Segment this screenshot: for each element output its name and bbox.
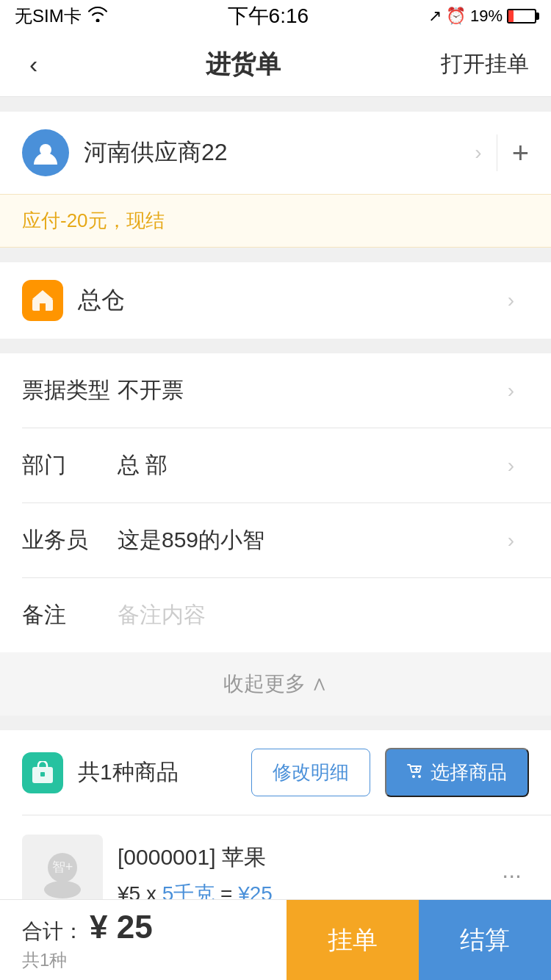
products-icon <box>22 752 63 793</box>
total-sub: 共1种 <box>22 948 264 972</box>
total-section: 合计： ¥ 25 共1种 <box>0 909 287 972</box>
select-product-button[interactable]: 选择商品 <box>385 748 529 797</box>
invoice-value: 不开票 <box>118 375 508 406</box>
divider-2 <box>0 339 551 353</box>
supplier-row[interactable]: 河南供应商22 › + <box>0 112 551 194</box>
svg-rect-3 <box>40 303 46 311</box>
product-code: [0000001] <box>118 845 215 869</box>
location-icon: ↗ <box>428 7 442 26</box>
total-label: 合计： <box>22 918 84 945</box>
svg-text:智+: 智+ <box>52 860 73 874</box>
supplier-add-button[interactable]: + <box>512 137 529 170</box>
supplier-name: 河南供应商22 <box>84 137 475 169</box>
page-title: 进货单 <box>206 48 281 82</box>
invoice-chevron-icon: › <box>508 379 514 403</box>
checkout-button[interactable]: 结算 <box>419 900 551 981</box>
total-amount-row: 合计： ¥ 25 <box>22 909 264 945</box>
department-label: 部门 <box>22 450 118 480</box>
signal-label: 无SIM卡 <box>15 4 82 28</box>
supplier-card: 河南供应商22 › + 应付-20元，现结 <box>0 112 551 248</box>
products-count: 共1种商品 <box>78 757 237 788</box>
product-info: [0000001] 苹果 ¥5 x 5千克 = ¥25 <box>118 843 480 908</box>
battery-icon <box>507 9 536 24</box>
supplier-divider <box>497 134 497 171</box>
collapse-label: 收起更多 ∧ <box>223 670 328 698</box>
divider-1 <box>0 248 551 262</box>
divider-3 <box>0 716 551 730</box>
edit-detail-button[interactable]: 修改明细 <box>251 749 370 796</box>
sales-rep-chevron-icon: › <box>508 529 514 552</box>
svg-point-7 <box>418 775 421 778</box>
svg-point-9 <box>44 881 81 898</box>
warehouse-name: 总仓 <box>78 284 508 317</box>
status-right: ↗ ⏰ 19% <box>428 7 536 26</box>
remark-placeholder: 备注内容 <box>118 600 529 630</box>
product-name-text: 苹果 <box>222 845 266 869</box>
total-value: ¥ 25 <box>90 909 153 945</box>
product-more-button[interactable]: ··· <box>494 854 529 896</box>
invoice-label: 票据类型 <box>22 375 118 406</box>
form-card: 票据类型 不开票 › 部门 总 部 › 业务员 这是859的小智 › 备注 备注… <box>0 353 551 652</box>
products-header: 共1种商品 修改明细 选择商品 <box>0 730 551 815</box>
battery-percent: 19% <box>470 7 503 26</box>
status-bar: 无SIM卡 下午6:16 ↗ ⏰ 19% <box>0 0 551 32</box>
sales-rep-row[interactable]: 业务员 这是859的小智 › <box>0 503 551 577</box>
status-left: 无SIM卡 <box>15 4 108 28</box>
chevron-right-icon: › <box>475 141 481 165</box>
back-button[interactable]: ‹ <box>22 43 45 86</box>
warehouse-icon <box>22 280 63 321</box>
alarm-icon: ⏰ <box>446 7 466 26</box>
warehouse-row[interactable]: 总仓 › <box>0 262 551 339</box>
open-hang-button[interactable]: 打开挂单 <box>441 49 529 79</box>
select-product-label: 选择商品 <box>431 760 507 785</box>
divider-line-4 <box>22 815 551 815</box>
svg-rect-5 <box>40 772 45 777</box>
remark-label: 备注 <box>22 600 118 630</box>
status-time: 下午6:16 <box>228 2 309 30</box>
wifi-icon <box>87 6 108 26</box>
warehouse-card[interactable]: 总仓 › <box>0 262 551 339</box>
nav-bar: ‹ 进货单 打开挂单 <box>0 32 551 97</box>
divider-top <box>0 97 551 112</box>
department-chevron-icon: › <box>508 454 514 478</box>
svg-point-6 <box>412 775 415 778</box>
supplier-avatar <box>22 129 69 176</box>
bottom-bar: 合计： ¥ 25 共1种 挂单 结算 <box>0 899 551 980</box>
cart-icon <box>407 761 425 784</box>
collapse-bar[interactable]: 收起更多 ∧ <box>0 652 551 716</box>
remark-row[interactable]: 备注 备注内容 <box>0 578 551 652</box>
hang-order-button[interactable]: 挂单 <box>287 900 419 981</box>
warehouse-chevron-icon: › <box>508 289 514 312</box>
invoice-row[interactable]: 票据类型 不开票 › <box>0 353 551 428</box>
product-name: [0000001] 苹果 <box>118 843 480 873</box>
sales-rep-label: 业务员 <box>22 525 118 555</box>
department-value: 总 部 <box>118 450 508 480</box>
payment-notice: 应付-20元，现结 <box>0 194 551 248</box>
department-row[interactable]: 部门 总 部 › <box>0 428 551 502</box>
sales-rep-value: 这是859的小智 <box>118 525 508 555</box>
svg-marker-2 <box>32 290 53 299</box>
